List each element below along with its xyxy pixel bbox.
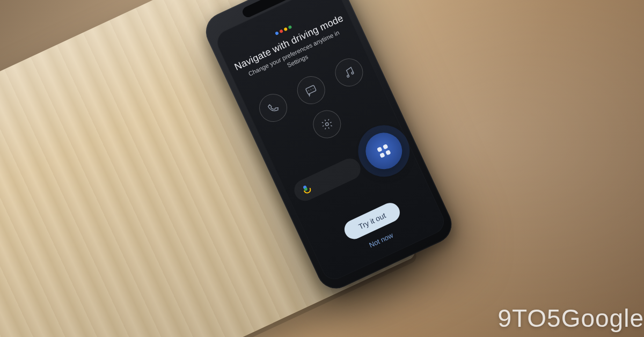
app-launcher-button[interactable]	[360, 127, 408, 175]
try-it-out-button[interactable]: Try it out	[341, 200, 403, 242]
gear-icon	[319, 116, 335, 132]
music-button[interactable]	[331, 54, 368, 91]
assistant-search-input[interactable]	[291, 155, 364, 204]
microphone-icon	[301, 184, 312, 195]
app-launcher-icon	[377, 144, 391, 158]
music-icon	[341, 64, 357, 80]
svg-point-1	[347, 75, 349, 78]
watermark: 9TO5Google	[497, 304, 644, 333]
settings-button[interactable]	[309, 106, 346, 143]
messages-button[interactable]	[292, 71, 330, 108]
not-now-link[interactable]: Not now	[368, 231, 394, 250]
phone-icon	[265, 100, 281, 115]
google-assistant-logo	[275, 25, 292, 35]
svg-point-2	[352, 72, 354, 75]
message-icon	[303, 82, 319, 98]
svg-point-3	[325, 122, 329, 126]
photo-scene: Navigate with driving mode Change your p…	[0, 0, 644, 337]
phone-call-button[interactable]	[254, 89, 291, 126]
